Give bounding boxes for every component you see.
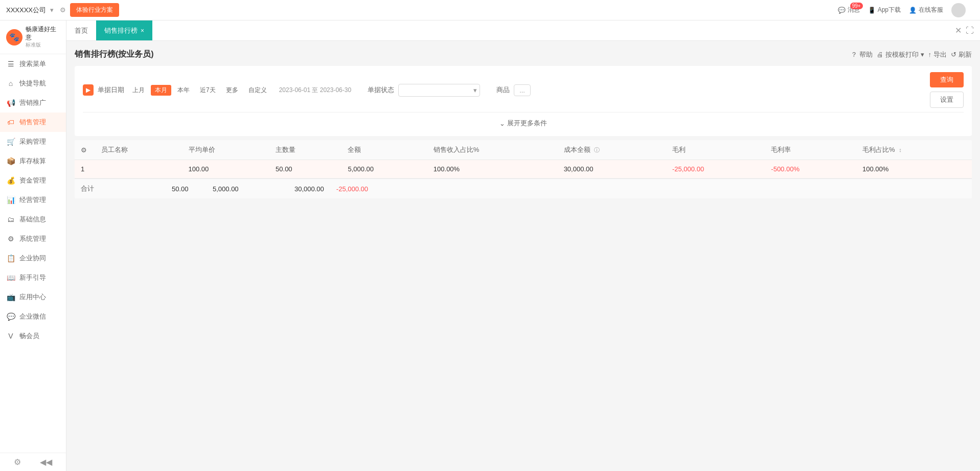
logo-icon: 🐾	[6, 29, 22, 46]
query-button[interactable]: 查询	[930, 72, 964, 87]
sidebar-item-system[interactable]: ⚙ 系统管理	[0, 229, 66, 249]
sidebar-item-purchase[interactable]: 🛒 采购管理	[0, 132, 66, 151]
cell-sales-ratio: 100.00%	[427, 160, 558, 178]
sidebar-item-quick-nav[interactable]: ⌂ 快捷导航	[0, 74, 66, 93]
sidebar-label-operations: 经营管理	[19, 195, 46, 205]
header-actions: ？ 帮助 🖨 按模板打印 ▾ ↑ 导出 ↺	[851, 50, 972, 59]
gross-ratio-sort-icon[interactable]: ↕	[899, 147, 902, 153]
tab-sales-ranking[interactable]: 销售排行榜 ×	[96, 20, 152, 40]
th-settings[interactable]: ⚙	[75, 140, 95, 160]
sidebar-item-funds[interactable]: 💰 资金管理	[0, 171, 66, 190]
refresh-button[interactable]: ↺ 刷新	[951, 50, 972, 59]
date-option-custom[interactable]: 自定义	[244, 85, 271, 96]
tab-bar: 首页 销售排行榜 × ✕ ⛶	[66, 20, 980, 41]
sidebar-item-enterprise-collab[interactable]: 📋 企业协同	[0, 249, 66, 268]
filter-left: ▶ 单据日期 上月 本月 本年 近7天 更多 自定义 202	[83, 84, 922, 97]
content-area: 首页 销售排行榜 × ✕ ⛶ 销售排行榜(按业务员) ？	[66, 20, 980, 471]
online-service-button[interactable]: 👤 在线客服	[909, 6, 943, 14]
sidebar-settings-icon[interactable]: ⚙	[14, 457, 21, 467]
sidebar-icon-quick-nav: ⌂	[6, 79, 15, 88]
print-dropdown-icon[interactable]: ▾	[921, 51, 924, 58]
status-select[interactable]	[398, 84, 480, 97]
sidebar-item-app-center[interactable]: 📺 应用中心	[0, 287, 66, 307]
table-footer: 合计 50.00 5,000.00 30,000.00 -25,000.00	[75, 178, 972, 198]
page-header: 销售排行榜(按业务员) ？ 帮助 🖨 按模板打印 ▾ ↑	[75, 49, 972, 60]
sidebar-bottom: ⚙ ◀◀	[0, 453, 66, 471]
sidebar-item-sales[interactable]: 🏷 销售管理	[0, 113, 66, 132]
date-option-more[interactable]: 更多	[222, 85, 242, 96]
right-panel: 查询 设置	[930, 72, 964, 108]
trial-button[interactable]: 体验行业方案	[70, 3, 119, 17]
sidebar-items-container: ☰ 搜索菜单 ⌂ 快捷导航 📢 营销推广 🏷 销售管理 🛒 采购管理 📦 库存核…	[0, 54, 66, 346]
page-content: 销售排行榜(按业务员) ？ 帮助 🖨 按模板打印 ▾ ↑	[66, 41, 980, 471]
sidebar-icon-enterprise-collab: 📋	[6, 254, 15, 263]
table-container: ⚙ 员工名称 平均单价 主数量 全额 销售收入占比% 成本全额 ⓘ 毛利 毛利率…	[75, 140, 972, 198]
sidebar-item-vip[interactable]: V 畅会员	[0, 326, 66, 346]
th-cost-amount: 成本全额 ⓘ	[558, 140, 666, 160]
sidebar-item-basic-info[interactable]: 🗂 基础信息	[0, 210, 66, 229]
date-option-this-month[interactable]: 本月	[151, 85, 171, 96]
tab-sales-ranking-label: 销售排行榜	[104, 26, 138, 35]
date-option-this-year[interactable]: 本年	[173, 85, 194, 96]
export-icon: ↑	[928, 51, 932, 58]
sidebar-icon-basic-info: 🗂	[6, 215, 15, 224]
logo-area: 🐾 畅康通好生意 标准版	[0, 20, 66, 54]
top-bar-right: 💬 消息 99+ 📱 App下载 👤 在线客服	[838, 3, 974, 17]
app-download-label: App下载	[878, 6, 901, 14]
sidebar-icon-app-center: 📺	[6, 293, 15, 302]
sidebar-label-enterprise-collab: 企业协同	[19, 254, 46, 263]
tab-close-window-icon[interactable]: ✕	[955, 26, 962, 35]
sidebar-item-beginner-guide[interactable]: 📖 新手引导	[0, 268, 66, 287]
footer-amount: 5,000.00	[207, 185, 247, 193]
cell-rank: 1	[75, 160, 95, 178]
logo-title: 畅康通好生意	[26, 26, 60, 41]
cell-name	[95, 160, 183, 178]
tab-bar-right: ✕ ⛶	[955, 26, 980, 35]
sidebar-item-enterprise-wechat[interactable]: 💬 企业微信	[0, 307, 66, 326]
settings-icon[interactable]: ⚙	[60, 6, 66, 14]
help-button[interactable]: ？ 帮助	[851, 50, 873, 59]
cell-gross-ratio: 100.00%	[856, 160, 972, 178]
sidebar-item-operations[interactable]: 📊 经营管理	[0, 190, 66, 210]
th-gross-rate: 毛利率	[765, 140, 856, 160]
data-table: ⚙ 员工名称 平均单价 主数量 全额 销售收入占比% 成本全额 ⓘ 毛利 毛利率…	[75, 140, 972, 178]
expand-conditions-button[interactable]: ⌄ 展开更多条件	[83, 117, 964, 130]
goods-select[interactable]: ...	[514, 84, 531, 96]
date-option-7days[interactable]: 近7天	[196, 85, 220, 96]
cell-cost-amount: 30,000.00	[558, 160, 666, 178]
sidebar-item-search-order[interactable]: ☰ 搜索菜单	[0, 54, 66, 74]
company-name: XXXXXX公司	[6, 6, 46, 15]
logo-text-area: 畅康通好生意 标准版	[26, 26, 60, 49]
th-gross-ratio: 毛利占比% ↕	[856, 140, 972, 160]
tab-close-icon[interactable]: ×	[141, 27, 144, 34]
sidebar-item-marketing[interactable]: 📢 营销推广	[0, 93, 66, 113]
th-main-qty: 主数量	[269, 140, 341, 160]
tab-expand-icon[interactable]: ⛶	[966, 26, 974, 35]
date-option-last-month[interactable]: 上月	[128, 85, 149, 96]
sidebar-icon-inventory: 📦	[6, 156, 15, 166]
message-button[interactable]: 💬 消息 99+	[838, 6, 860, 14]
settings-button[interactable]: 设置	[930, 92, 964, 108]
sidebar-icon-funds: 💰	[6, 176, 15, 185]
help-icon: ？	[851, 50, 857, 59]
company-dropdown-icon[interactable]: ▾	[50, 6, 54, 14]
sidebar-label-app-center: 应用中心	[19, 293, 46, 302]
sidebar-label-beginner-guide: 新手引导	[19, 273, 46, 282]
avatar[interactable]	[951, 3, 966, 17]
expand-conditions-row: ⌄ 展开更多条件	[83, 112, 964, 130]
app-download-button[interactable]: 📱 App下载	[868, 6, 901, 14]
sidebar-item-inventory[interactable]: 📦 库存核算	[0, 151, 66, 171]
cost-info-icon[interactable]: ⓘ	[594, 147, 600, 153]
sidebar-icon-marketing: 📢	[6, 98, 15, 107]
print-icon: 🖨	[877, 51, 883, 58]
filter-expand-arrow[interactable]: ▶	[83, 84, 94, 96]
sidebar-collapse-icon[interactable]: ◀◀	[40, 457, 52, 467]
sidebar-icon-purchase: 🛒	[6, 137, 15, 146]
page-title: 销售排行榜(按业务员)	[75, 49, 154, 60]
tab-home[interactable]: 首页	[66, 20, 96, 40]
sidebar-label-funds: 资金管理	[19, 176, 46, 185]
sidebar-label-search-order: 搜索菜单	[19, 59, 46, 69]
export-button[interactable]: ↑ 导出	[928, 50, 947, 59]
cell-gross-rate: -500.00%	[765, 160, 856, 178]
print-button[interactable]: 🖨 按模板打印 ▾	[877, 50, 924, 59]
